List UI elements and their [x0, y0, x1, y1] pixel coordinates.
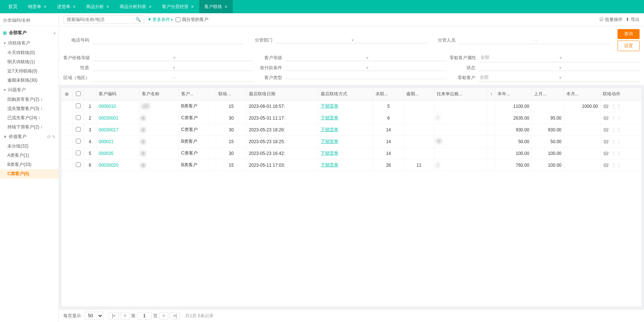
refresh-icon[interactable]: ↺ [47, 134, 50, 139]
td-last-contact-way[interactable]: 下销货单 [319, 100, 373, 112]
contact-icon[interactable]: ☎ [603, 115, 609, 121]
td-last-contact-way[interactable]: 下销货单 [319, 148, 373, 159]
select-all-checkbox[interactable] [76, 91, 81, 96]
sidebar-item-overdue[interactable]: 逾期未联络(30) [0, 76, 59, 85]
th-name[interactable]: 客户名称 [139, 88, 179, 100]
sidebar-item-a-class[interactable]: A类客户(1) [0, 151, 59, 160]
sidebar-item-churn-warning[interactable]: 流失预警客户(3) ℹ [0, 104, 59, 113]
collapse-icon[interactable]: « [53, 31, 56, 35]
prev-page-btn[interactable]: < [120, 312, 130, 319]
td-check[interactable] [73, 124, 84, 136]
more-icon[interactable]: ⋮⋮ [611, 139, 622, 145]
td-check[interactable] [73, 112, 84, 124]
th-last-contact-date[interactable]: 最后联络日期 [246, 88, 318, 100]
td-last-contact-way[interactable]: 下销货单 [319, 112, 373, 124]
td-check[interactable] [73, 100, 84, 112]
contact-icon[interactable]: ☎ [603, 127, 609, 133]
page-number-input[interactable] [137, 312, 152, 319]
more-icon[interactable]: ⋮⋮ [611, 115, 622, 121]
row-checkbox[interactable] [76, 103, 81, 108]
sidebar-group-pending[interactable]: ▼ 待联络客户 [0, 38, 59, 48]
my-customers-checkbox[interactable] [176, 17, 180, 22]
th-gear[interactable]: ⚙ [61, 88, 73, 100]
nav-customer-contact[interactable]: 客户联络 ✕ [199, 0, 233, 13]
more-icon[interactable]: ⋮⋮ [611, 127, 622, 133]
nature-select[interactable]: ∨ [92, 64, 253, 71]
td-check[interactable] [73, 136, 84, 148]
nav-customer-segment[interactable]: 客户分层经营 ✕ [157, 0, 199, 13]
close-product-analysis-icon[interactable]: ✕ [106, 4, 109, 9]
retail-attr-select[interactable]: 全部 ∨ [479, 53, 640, 62]
sidebar-search-input[interactable] [3, 18, 58, 23]
first-page-btn[interactable]: |< [109, 312, 119, 319]
customer-level-select[interactable]: ∨ [285, 54, 446, 61]
contact-icon[interactable]: ☎ [603, 139, 609, 145]
sidebar-all-customers[interactable]: ⊞ 全部客户 « [0, 28, 59, 38]
my-customers-checkbox-label[interactable]: 我分管的客户 [176, 17, 208, 23]
nav-sales[interactable]: 销货单 ✕ [23, 0, 52, 13]
th-this-year[interactable]: 本年... [495, 88, 532, 100]
sidebar-item-abnormal-repurchase[interactable]: 回购异常客户(2) ℹ [0, 95, 59, 104]
td-code[interactable]: 00030017 [96, 124, 140, 136]
filter-search-input[interactable] [67, 17, 134, 22]
th-sort[interactable]: ↑ [488, 88, 495, 100]
phone-input[interactable] [92, 36, 244, 44]
sidebar-item-churned[interactable]: 已流失客户(24) ℹ [0, 113, 59, 123]
per-page-select[interactable]: 50 100 200 [85, 312, 103, 320]
nav-home[interactable]: 首页 [3, 0, 23, 13]
retail-customer-select[interactable]: 全部 ∨ [478, 73, 640, 82]
row-checkbox[interactable] [76, 115, 81, 120]
sidebar-item-c-class[interactable]: C类客户(6) [0, 169, 59, 178]
payment-select[interactable]: ∨ [285, 64, 446, 71]
th-last-month[interactable]: 上月... [532, 88, 564, 100]
more-icon[interactable]: ⋮⋮ [611, 151, 622, 156]
td-code[interactable]: 00030020 [96, 159, 140, 171]
th-this-month[interactable]: 本月... [564, 88, 600, 100]
edit-icon[interactable]: ✎ [52, 134, 56, 139]
td-last-contact-way[interactable]: 下销货单 [319, 159, 373, 171]
contact-icon[interactable]: ☎ [603, 162, 609, 168]
row-checkbox[interactable] [76, 162, 81, 167]
close-customer-contact-icon[interactable]: ✕ [224, 4, 228, 9]
td-check[interactable] [73, 159, 84, 171]
query-btn[interactable]: 查询 [617, 29, 640, 39]
filter-search-icon[interactable]: 🔍 [136, 17, 141, 22]
td-last-contact-way[interactable]: 下销货单 [319, 124, 373, 136]
region-select[interactable]: ··· [93, 74, 253, 82]
td-code[interactable]: 000021 [96, 136, 140, 148]
status-select[interactable]: ∨ [478, 64, 640, 71]
th-contact[interactable]: 联络... [216, 88, 247, 100]
export-btn[interactable]: ⬆ 导出 [626, 17, 640, 23]
th-overdue[interactable]: 逾期... [404, 88, 434, 100]
last-page-btn[interactable]: >| [170, 312, 180, 319]
td-code[interactable]: 00030001 [96, 112, 140, 124]
sidebar-item-7days[interactable]: 近7天待联络(0) [0, 67, 59, 76]
nav-product-analysis-list[interactable]: 商品分析列表 ✕ [115, 0, 157, 13]
row-checkbox[interactable] [76, 139, 81, 144]
close-product-list-icon[interactable]: ✕ [148, 4, 152, 9]
row-checkbox[interactable] [76, 127, 81, 132]
nav-purchase[interactable]: 进货单 ✕ [52, 0, 81, 13]
close-customer-segment-icon[interactable]: ✕ [191, 4, 194, 9]
manager-select[interactable]: ··· [458, 36, 610, 44]
th-last-contact-way[interactable]: 最后联络方式 [319, 88, 373, 100]
td-code[interactable]: 000035 [96, 148, 140, 159]
contact-icon[interactable]: ☎ [603, 103, 609, 109]
close-sales-icon[interactable]: ✕ [43, 4, 47, 9]
more-icon[interactable]: ⋮⋮ [611, 162, 622, 168]
dept-select[interactable]: ∨ [275, 37, 427, 43]
sidebar-item-b-class[interactable]: B类客户(33) [0, 160, 59, 169]
customer-type-select[interactable] [285, 77, 446, 79]
th-code[interactable]: 客户编码 [96, 88, 140, 100]
more-conditions-btn[interactable]: ▼ 更多条件 ▾ [147, 17, 173, 23]
sidebar-group-problem[interactable]: ▼ 问题客户 [0, 85, 59, 95]
more-icon[interactable]: ⋮⋮ [611, 103, 622, 109]
settings-btn[interactable]: 设置 [617, 40, 640, 51]
nav-product-analysis[interactable]: 商品分析 ✕ [81, 0, 115, 13]
sidebar-item-declining[interactable]: 持续下滑客户(2) ℹ [0, 123, 59, 132]
th-unlinkdays[interactable]: 未联... [373, 88, 404, 100]
next-page-btn[interactable]: > [159, 312, 168, 319]
close-purchase-icon[interactable]: ✕ [73, 4, 76, 9]
sidebar-item-today[interactable]: 今天待联络(0) [0, 48, 59, 57]
batch-op-btn[interactable]: ☑ 批量操作 [599, 17, 623, 23]
